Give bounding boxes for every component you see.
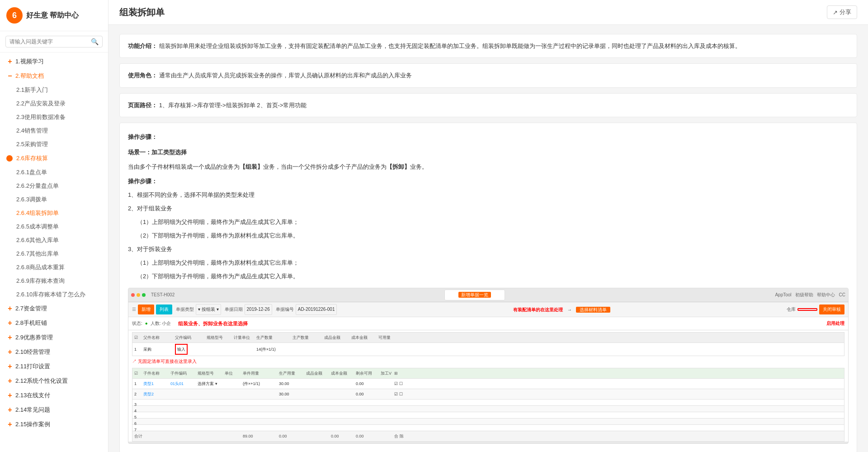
intro-label: 功能介绍： (128, 43, 157, 49)
annotation1: 有装配清单的在这里处理 (513, 307, 563, 312)
nav-item-label: 2.6库存核算 (16, 154, 48, 162)
ops-steps-title: 操作步骤： (128, 178, 157, 185)
nav-item-label: 2.12系统个性化设置 (15, 377, 68, 385)
scene1-title: 场景一：加工类型选择 (128, 149, 187, 156)
nav-section: + 1.视频学习 − 2.帮助文档 2.1新手入门 2.2产品安装及登录 2.3… (0, 52, 108, 433)
sidebar-item-purchase[interactable]: 2.5采购管理 (0, 138, 108, 151)
expand-icon: + (6, 348, 14, 356)
intro-block: 功能介绍： 组装拆卸单用来处理企业组装或拆卸等加工业务，支持有固定装配清单的产品… (119, 34, 857, 58)
sidebar-item-215[interactable]: + 2.15操作案例 (0, 417, 108, 432)
share-icon: ↗ (833, 9, 838, 16)
lower-table-area: ☑ 子件名称 子件编码 规格型号 单位 单件用量 生产用量 成品金额 成本金额 … (132, 368, 844, 442)
role-text: 通常由生产人员或库管人员完成拆装业务的操作，库管人员确认原材料的出库和产成品的入… (159, 72, 412, 79)
expand-icon: + (6, 391, 14, 400)
sidebar-item-28[interactable]: + 2.8手机旺铺 (0, 316, 108, 330)
search-box[interactable]: 🔍 (5, 36, 103, 48)
sidebar-item-266[interactable]: 2.6.6其他入库单 (0, 233, 108, 247)
expand-icon: + (6, 333, 14, 342)
path-text: 1、库存核算->库存管理->组装拆卸单 2、首页->常用功能 (159, 102, 307, 109)
sidebar-item-268[interactable]: 2.6.8商品成本重算 (0, 261, 108, 274)
sidebar-item-2610[interactable]: 2.6.10库存账本错了怎么办 (0, 288, 108, 301)
scene1-desc: 当由多个子件材料组装成一个成品的业务为【组装】业务，当由一个父件拆分成多个子产品… (128, 161, 849, 173)
step2-1: （1）上部明细为父件明细，最终作为产成品生成其它入库单； (137, 216, 849, 228)
screenshot-btn-new: 新增单据一览 (458, 292, 491, 298)
expand-icon: + (6, 377, 14, 385)
nav-item-label: 2.8手机旺铺 (15, 319, 47, 327)
expand-icon: + (6, 57, 14, 66)
sidebar-item-265[interactable]: 2.6.5成本调整单 (0, 220, 108, 233)
step3-2: （2）下部明细为子件明细，最终作为产成品生成其它入库单。 (137, 271, 849, 282)
path-block: 页面路径： 1、库存核算->库存管理->组装拆卸单 2、首页->常用功能 (119, 93, 857, 117)
nav-item-label: 2.9优惠券管理 (15, 333, 53, 342)
path-label: 页面路径： (128, 102, 157, 109)
nav-item-label: 2.15操作案例 (15, 420, 50, 428)
sidebar-item-inventory[interactable]: 2.6库存核算 (0, 151, 108, 166)
role-block: 使用角色： 通常由生产人员或库管人员完成拆装业务的操作，库管人员确认原材料的出库… (119, 63, 857, 87)
btn-select-bom[interactable]: 选择材料清单 (576, 307, 610, 313)
step2: 2、对于组装业务 (128, 203, 849, 214)
sidebar-item-video[interactable]: + 1.视频学习 (0, 54, 108, 69)
tab-list[interactable]: 列表 (156, 305, 172, 314)
sidebar-item-263[interactable]: 2.6.3调拨单 (0, 193, 108, 206)
operations-title: 操作步骤： (128, 133, 157, 140)
search-area: 🔍 (0, 31, 108, 52)
nav-item-label: 2.10经营管理 (15, 348, 50, 356)
logo-icon: 6 (6, 7, 23, 24)
date-field: 2019-12-26 (245, 304, 272, 315)
expand-icon: + (6, 362, 14, 371)
expand-icon: + (6, 420, 14, 428)
sidebar-item-docs[interactable]: − 2.帮助文档 (0, 69, 108, 83)
sidebar-item-214[interactable]: + 2.14常见问题 (0, 403, 108, 417)
step3: 3、对于拆装业务 (128, 243, 849, 255)
annotation3: 启用处理 (826, 319, 844, 328)
doc-no-field: AD-20191226-001 (296, 304, 337, 315)
nav-item-label: 2.帮助文档 (15, 72, 44, 80)
step3-1: （1）上部明细为父件明细，最终作为原材料生成其它出库单； (137, 257, 849, 269)
intro-text: 组装拆卸单用来处理企业组装或拆卸等加工业务，支持有固定装配清单的产品加工业务，也… (159, 43, 741, 49)
sidebar-item-sales[interactable]: 2.4销售管理 (0, 124, 108, 138)
top-bar: 组装拆卸单 ↗ 分享 (108, 0, 868, 25)
role-label: 使用角色： (128, 72, 157, 79)
app-id: TEST-H002 (151, 290, 175, 300)
sidebar-item-install[interactable]: 2.2产品安装及登录 (0, 97, 108, 110)
sidebar-item-261[interactable]: 2.6.1盘点单 (0, 166, 108, 179)
sidebar-item-210[interactable]: + 2.10经营管理 (0, 345, 108, 359)
nav-item-label: 2.7资金管理 (15, 305, 47, 313)
sidebar-item-264[interactable]: 2.6.4组装拆卸单 (0, 206, 108, 220)
expand-icon: + (6, 305, 14, 313)
sidebar-item-29[interactable]: + 2.9优惠券管理 (0, 330, 108, 345)
step2-2: （2）下部明细为子件明细，最终作为原材料生成其它出库单。 (137, 230, 849, 242)
operations-block: 操作步骤： 场景一：加工类型选择 当由多个子件材料组装成一个成品的业务为【组装】… (119, 123, 857, 452)
step1: 1、根据不同的业务，选择不同单据的类型来处理 (128, 189, 849, 201)
nav-item-label: 2.13在线支付 (15, 391, 50, 400)
sidebar-item-269[interactable]: 2.6.9库存账本查询 (0, 274, 108, 288)
sidebar-item-data-prep[interactable]: 2.3使用前数据准备 (0, 110, 108, 124)
upper-table-area: ☑ 父件名称 父件编码 规格型号 计量单位 生产数量 主产数量 成品金额 成本金… (132, 332, 844, 356)
share-button[interactable]: ↗ 分享 (827, 5, 857, 19)
nav-item-label: 1.视频学习 (15, 57, 44, 66)
sidebar-item-213[interactable]: + 2.13在线支付 (0, 388, 108, 403)
btn-submit[interactable]: 关闭审核 (819, 305, 844, 314)
sidebar-item-27[interactable]: + 2.7资金管理 (0, 301, 108, 316)
nav-item-label: 2.11打印设置 (15, 362, 50, 371)
sidebar-item-newbie[interactable]: 2.1新手入门 (0, 83, 108, 97)
sidebar-item-267[interactable]: 2.6.7其他出库单 (0, 247, 108, 261)
sidebar: 6 好生意 帮助中心 🔍 + 1.视频学习 − 2.帮助文档 2.1新手入门 2… (0, 0, 108, 452)
content-area: 功能介绍： 组装拆卸单用来处理企业组装或拆卸等加工业务，支持有固定装配清单的产品… (108, 25, 868, 452)
nav-item-label: 2.14常见问题 (15, 406, 50, 414)
screenshot-container: TEST-H002 新增单据一览 AppTool 初级帮助 帮助中心 CC ☰ … (128, 288, 849, 444)
sidebar-item-211[interactable]: + 2.11打印设置 (0, 359, 108, 374)
expand-icon: + (6, 406, 14, 414)
search-input[interactable] (9, 38, 91, 45)
main-area: 组装拆卸单 ↗ 分享 功能介绍： 组装拆卸单用来处理企业组装或拆卸等加工业务，支… (108, 0, 868, 452)
collapse-icon: − (6, 72, 14, 80)
sidebar-item-212[interactable]: + 2.12系统个性化设置 (0, 374, 108, 388)
sidebar-item-262[interactable]: 2.6.2分量盘点单 (0, 179, 108, 193)
tab-new[interactable]: 新增 (138, 305, 154, 314)
expand-icon: + (6, 319, 14, 327)
search-icon[interactable]: 🔍 (91, 38, 99, 45)
page-title: 组装拆卸单 (119, 6, 165, 19)
logo-area: 6 好生意 帮助中心 (0, 0, 108, 31)
logo-text: 好生意 帮助中心 (26, 11, 79, 20)
